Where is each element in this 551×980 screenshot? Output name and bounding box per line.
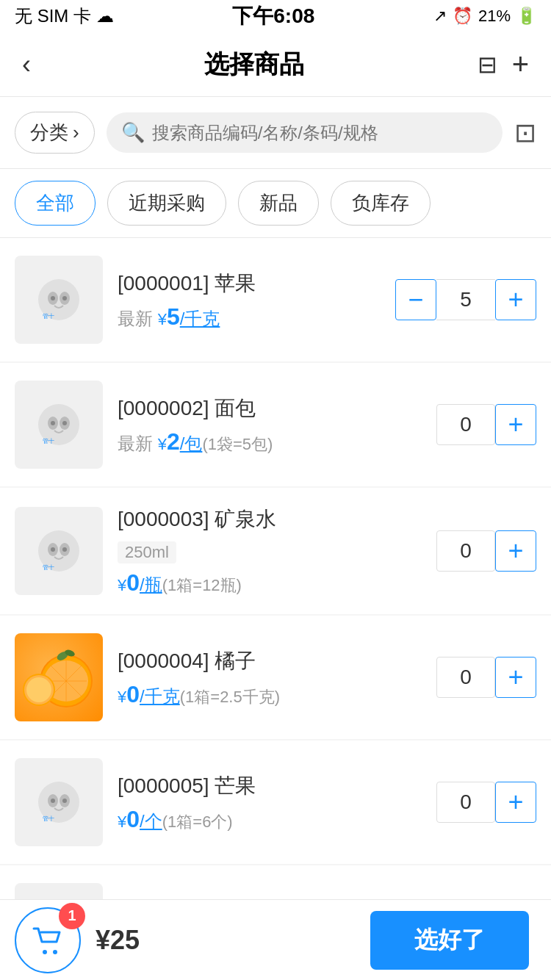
- tab-row: 全部 近期采购 新品 负库存: [0, 169, 551, 238]
- filter-icon[interactable]: ⊟: [478, 51, 497, 79]
- product-name-0000002: [0000002] 面包: [118, 394, 422, 422]
- cart-area: 1 ¥25: [15, 907, 140, 973]
- battery-status: 21%: [478, 7, 511, 26]
- svg-point-10: [62, 421, 67, 425]
- qty-input-0000002[interactable]: [436, 404, 495, 445]
- status-left: 无 SIM 卡 ☁: [15, 4, 114, 28]
- scan-icon[interactable]: ⊡: [514, 118, 536, 148]
- qty-input-0000004[interactable]: [436, 657, 495, 698]
- svg-point-33: [51, 799, 55, 803]
- tab-new[interactable]: 新品: [238, 181, 319, 226]
- qty-plus-0000005[interactable]: +: [495, 782, 536, 823]
- product-price-0000003: ¥0/瓶(1箱=12瓶): [118, 569, 422, 597]
- alarm-icon: ⏰: [453, 7, 472, 26]
- product-item-0000002: 管十 [0000002] 面包 最新 ¥2/包(1袋=5包) +: [0, 363, 551, 486]
- qty-plus-0000001[interactable]: +: [495, 279, 536, 320]
- status-bar: 无 SIM 卡 ☁ 下午6:08 ↗ ⏰ 21% 🔋: [0, 0, 551, 32]
- status-time: 下午6:08: [232, 2, 314, 30]
- product-info-0000001: [0000001] 苹果 最新 ¥5/千克: [118, 270, 381, 331]
- svg-point-49: [53, 950, 57, 954]
- bottom-bar: 1 ¥25 选好了: [0, 899, 551, 980]
- svg-text:管十: 管十: [43, 815, 54, 822]
- tab-recent[interactable]: 近期采购: [107, 181, 226, 226]
- qty-input-0000005[interactable]: [436, 782, 495, 823]
- svg-text:管十: 管十: [43, 313, 54, 320]
- qty-input-0000001[interactable]: [436, 279, 495, 320]
- product-image-0000002: 管十: [15, 381, 103, 469]
- product-image-0000004: [15, 633, 103, 721]
- svg-point-48: [43, 950, 47, 954]
- qty-plus-0000002[interactable]: +: [495, 404, 536, 445]
- location-icon: ↗: [433, 7, 447, 26]
- sim-status: 无 SIM 卡 ☁: [15, 4, 114, 28]
- product-item-0000005: 管十 [0000005] 芒果 ¥0/个(1箱=6个) +: [0, 741, 551, 864]
- svg-point-27: [26, 677, 51, 702]
- qty-minus-0000001[interactable]: −: [395, 279, 436, 320]
- chevron-right-icon: ›: [73, 121, 79, 144]
- product-info-0000004: [0000004] 橘子 ¥0/千克(1箱=2.5千克): [118, 647, 422, 708]
- cart-button[interactable]: 1: [15, 907, 81, 973]
- nav-bar: ‹ 选择商品 ⊟ +: [0, 32, 551, 97]
- qty-control-0000001: − +: [395, 279, 536, 320]
- svg-point-4: [62, 296, 67, 300]
- product-price-0000004: ¥0/千克(1箱=2.5千克): [118, 681, 422, 708]
- svg-point-9: [51, 421, 55, 425]
- product-image-0000005: 管十: [15, 758, 103, 846]
- product-name-0000004: [0000004] 橘子: [118, 647, 422, 675]
- back-button[interactable]: ‹: [22, 49, 31, 80]
- nav-left: ‹: [22, 49, 31, 80]
- status-right: ↗ ⏰ 21% 🔋: [433, 7, 536, 26]
- product-info-0000002: [0000002] 面包 最新 ¥2/包(1袋=5包): [118, 394, 422, 455]
- product-item-0000004: [0000004] 橘子 ¥0/千克(1箱=2.5千克) +: [0, 616, 551, 739]
- product-name-0000005: [0000005] 芒果: [118, 772, 422, 800]
- product-info-0000005: [0000005] 芒果 ¥0/个(1箱=6个): [118, 772, 422, 833]
- battery-icon: 🔋: [516, 7, 536, 26]
- product-name-0000003: [0000003] 矿泉水: [118, 505, 422, 533]
- product-price-0000005: ¥0/个(1箱=6个): [118, 806, 422, 833]
- search-input[interactable]: [152, 123, 488, 143]
- svg-text:管十: 管十: [43, 438, 54, 444]
- placeholder-logo: 管十: [37, 278, 81, 322]
- placeholder-logo: 管十: [37, 403, 81, 447]
- product-list: 管十 [0000001] 苹果 最新 ¥5/千克 − +: [0, 238, 551, 980]
- qty-control-0000003: +: [436, 530, 536, 572]
- qty-control-0000004: +: [436, 657, 536, 698]
- svg-text:管十: 管十: [43, 564, 54, 571]
- qty-input-0000003[interactable]: [436, 530, 495, 572]
- product-image-0000001: 管十: [15, 256, 103, 344]
- add-icon[interactable]: +: [512, 48, 529, 81]
- qty-control-0000002: +: [436, 404, 536, 445]
- qty-plus-0000004[interactable]: +: [495, 657, 536, 698]
- confirm-button[interactable]: 选好了: [370, 911, 529, 970]
- category-label: 分类: [30, 120, 68, 145]
- svg-point-3: [51, 296, 55, 300]
- cart-total: ¥25: [96, 925, 140, 956]
- search-box: 🔍: [107, 112, 503, 153]
- tab-negative[interactable]: 负库存: [331, 181, 431, 226]
- product-image-0000003: 管十: [15, 507, 103, 595]
- placeholder-logo: 管十: [37, 529, 81, 573]
- nav-title: 选择商品: [204, 48, 304, 82]
- tab-all[interactable]: 全部: [15, 181, 96, 226]
- product-price-0000001: 最新 ¥5/千克: [118, 303, 381, 331]
- filter-row: 分类 › 🔍 ⊡: [0, 97, 551, 169]
- placeholder-logo: 管十: [37, 780, 81, 824]
- product-item-0000001: 管十 [0000001] 苹果 最新 ¥5/千克 − +: [0, 238, 551, 361]
- product-item-0000003: 管十 [0000003] 矿泉水 250ml ¥0/瓶(1箱=12瓶) +: [0, 488, 551, 614]
- svg-point-16: [62, 547, 67, 552]
- qty-control-0000005: +: [436, 782, 536, 823]
- svg-point-34: [62, 799, 67, 803]
- category-button[interactable]: 分类 ›: [15, 112, 95, 154]
- qty-plus-0000003[interactable]: +: [495, 530, 536, 572]
- product-price-0000002: 最新 ¥2/包(1袋=5包): [118, 428, 422, 455]
- svg-point-15: [51, 547, 55, 552]
- search-icon: 🔍: [121, 121, 145, 144]
- cart-badge: 1: [59, 903, 85, 929]
- product-info-0000003: [0000003] 矿泉水 250ml ¥0/瓶(1箱=12瓶): [118, 505, 422, 597]
- nav-right: ⊟ +: [478, 48, 529, 81]
- product-spec-0000003: 250ml: [118, 541, 176, 563]
- product-name-0000001: [0000001] 苹果: [118, 270, 381, 298]
